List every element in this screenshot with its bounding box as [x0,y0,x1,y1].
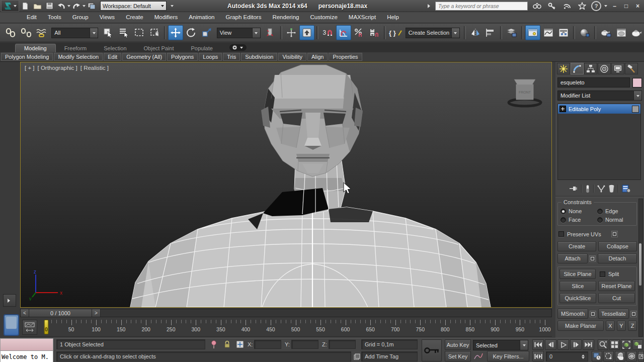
modifier-list-dropdown[interactable]: Modifier List [557,90,642,101]
select-and-link-button[interactable] [3,25,18,40]
zoom-extents-all-button[interactable] [632,339,643,350]
rectangular-selection-region-button[interactable] [132,25,147,40]
restore-button[interactable]: □ [622,2,630,10]
menu-item-tools[interactable]: Tools [42,12,67,23]
mirror-button[interactable] [468,25,483,40]
zoom-all-button[interactable] [609,339,620,350]
welcome-window-titlebar[interactable] [1,339,53,351]
menu-item-graph-editors[interactable]: Graph Editors [220,12,267,23]
configure-modifier-sets-icon[interactable] [622,185,631,193]
viewport-label[interactable]: [ + ] [ Orthographic ] [ Realistic ] [25,65,109,71]
spinner-snap-toggle-button[interactable] [367,25,382,40]
x-coordinate-field[interactable] [254,340,281,349]
ribbon-panel-loops[interactable]: Loops [199,53,222,61]
key-filters-button[interactable]: Key Filters... [487,351,529,361]
render-setup-button[interactable] [598,25,613,40]
tab-display[interactable] [611,63,624,74]
graphite-ribbon-toggle-button[interactable] [525,25,540,40]
tab-create[interactable] [557,63,570,74]
go-to-end-button[interactable] [583,339,594,350]
quickslice-button[interactable]: QuickSlice [559,293,596,303]
ribbon-panel-polygon-modeling[interactable]: Polygon Modeling [1,53,53,61]
ribbon-panel-modify-selection[interactable]: Modify Selection [54,53,103,61]
stack-expand-icon[interactable] [559,106,566,112]
ribbon-tab-populate[interactable]: Populate [182,44,221,52]
absolute-offset-mode-button[interactable] [234,339,246,349]
tab-hierarchy[interactable] [584,63,597,74]
time-slider[interactable]: < 0 / 1000 > [20,309,552,317]
tab-utilities[interactable] [625,63,638,74]
time-slider-handle[interactable]: 0 / 1000 [29,309,92,317]
ribbon-panel-visibility[interactable]: Visibility [278,53,306,61]
auto-key-button[interactable]: Auto Key [445,339,471,350]
subscription-button[interactable] [546,1,557,11]
select-and-scale-button[interactable] [199,25,214,40]
minimize-button[interactable]: – [610,2,619,10]
select-by-name-button[interactable] [116,25,131,40]
menu-item-edit[interactable]: Edit [21,12,42,23]
menu-item-views[interactable]: Views [94,12,120,23]
infocenter-expand-icon[interactable] [428,4,432,8]
object-name-field[interactable]: esqueleto [557,77,630,87]
remove-modifier-icon[interactable] [608,185,615,193]
constraint-normal-radio[interactable]: Normal [597,217,634,223]
msmooth-settings-button[interactable] [590,311,596,317]
tab-motion[interactable] [598,63,611,74]
attach-button[interactable]: Attach [557,253,588,263]
taskbar-thumbnail-icon[interactable] [4,314,19,336]
close-button[interactable]: × [633,2,642,10]
time-slider-track[interactable] [101,309,551,317]
workspace-switcher-button[interactable] [86,1,97,11]
render-production-button[interactable] [629,25,644,40]
reference-coordinate-dropdown[interactable]: View [217,28,261,38]
msmooth-button[interactable]: MSmooth [557,309,588,319]
percent-snap-toggle-button[interactable] [352,25,367,40]
split-checkbox[interactable] [600,272,605,277]
z-coordinate-field[interactable] [329,340,356,349]
curve-editor-button[interactable] [541,25,556,40]
schematic-view-button[interactable] [556,25,572,40]
help-flyout-caret-icon[interactable] [604,5,607,9]
communication-center-button[interactable] [561,1,573,11]
modifier-stack[interactable]: Editable Poly [557,104,641,180]
stack-onoff-toggle-icon[interactable] [632,106,639,113]
workspace-dropdown[interactable]: Workspace: Default [100,1,167,11]
viewport-pov-menu[interactable]: [ Orthographic ] [38,65,77,71]
make-unique-icon[interactable] [597,185,605,193]
constraint-face-radio[interactable]: Face [560,217,597,223]
orbit-view-button[interactable] [626,351,637,361]
viewcube[interactable]: FRONT [501,71,548,109]
ribbon-tab-object-paint[interactable]: Object Paint [135,44,183,52]
scrollbar-thumb[interactable] [639,243,641,286]
make-planar-button[interactable]: Make Planar [557,321,604,331]
align-button[interactable] [484,25,499,40]
viewport-general-menu[interactable]: [ + ] [25,65,35,71]
select-and-rotate-button[interactable] [184,25,199,40]
select-object-button[interactable] [101,25,116,40]
angle-snap-toggle-button[interactable] [336,25,351,40]
new-file-button[interactable] [20,1,31,11]
ribbon-panel-properties[interactable]: Properties [329,53,362,61]
command-panel-scrollbar[interactable] [638,199,643,337]
search-input[interactable] [435,2,528,11]
expand-tray-button[interactable] [3,294,16,307]
ribbon-panel-align[interactable]: Align [307,53,328,61]
welcome-mini-window[interactable]: Welcome to M. [0,338,53,362]
material-editor-button[interactable] [577,25,592,40]
menu-item-customize[interactable]: Customize [304,12,343,23]
set-keys-button[interactable] [422,339,442,361]
ribbon-panel-polygons[interactable]: Polygons [167,53,198,61]
slice-plane-button[interactable]: Slice Plane [559,269,596,279]
redo-flyout-caret-icon[interactable] [83,5,86,9]
snaps-toggle-3d-button[interactable]: 3 [320,25,336,40]
modifier-list-caret-icon[interactable] [633,90,642,101]
tessellate-settings-button[interactable] [630,311,637,317]
attach-settings-button[interactable] [589,255,596,262]
preserve-uvs-checkbox[interactable] [558,231,564,237]
timeline-ruler-inner[interactable]: 0501001502002503003504004505005506006507… [46,320,545,335]
y-coordinate-field[interactable] [291,340,318,349]
menu-item-modifiers[interactable]: Modifiers [149,12,184,23]
save-file-button[interactable] [44,1,55,11]
time-configuration-button[interactable] [592,351,602,361]
menu-item-help[interactable]: Help [381,12,405,23]
